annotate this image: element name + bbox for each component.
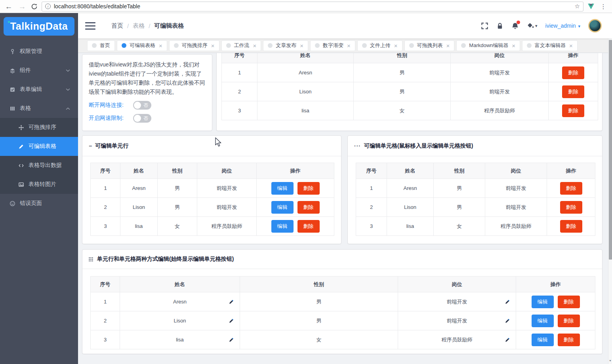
tab-首页[interactable]: 首页 xyxy=(87,40,115,51)
tab-可拖拽排序[interactable]: 可拖拽排序× xyxy=(169,40,219,51)
edit-cell-icon[interactable] xyxy=(229,299,234,305)
tab-数字渐变[interactable]: 数字渐变× xyxy=(310,40,355,51)
url-text[interactable]: localhost:8080/tables/editableTable xyxy=(54,3,140,9)
notifications-bell-icon[interactable] xyxy=(511,22,519,30)
menu-item-label: 权限管理 xyxy=(20,48,42,55)
cell: Aresn xyxy=(120,179,158,198)
delete-button[interactable]: 删除 xyxy=(560,182,582,195)
chevron-down-icon: ▾ xyxy=(578,24,580,28)
tab-dot xyxy=(226,43,231,48)
sidebar-subitem-pencil-icon[interactable]: 可编辑表格 xyxy=(0,137,78,156)
browser-menu-icon[interactable]: ⋮ xyxy=(599,3,608,10)
refresh-icon[interactable] xyxy=(31,3,38,10)
tab-文章发布[interactable]: 文章发布× xyxy=(263,40,308,51)
both-edit-card-title: 单元行和单元格两种方式编辑(始终显示编辑单元格按钮) xyxy=(97,256,234,263)
logo-accent-mark xyxy=(8,21,10,23)
speed-limit-toggle[interactable]: 否 xyxy=(133,114,151,123)
edit-button[interactable]: 编辑 xyxy=(271,220,294,233)
tab-label: 首页 xyxy=(100,42,110,49)
avatar[interactable] xyxy=(588,19,602,32)
close-icon[interactable]: × xyxy=(347,43,351,49)
column-header: 姓名 xyxy=(120,163,158,179)
sidebar-item-table-icon[interactable]: 表格 xyxy=(0,99,78,118)
cell: 2 xyxy=(222,82,257,101)
vue-devtools-icon[interactable] xyxy=(587,3,595,9)
edit-button[interactable]: 编辑 xyxy=(532,296,554,308)
url-bar[interactable]: i localhost:8080/tables/editableTable ☆ xyxy=(42,2,583,11)
fullscreen-icon[interactable] xyxy=(481,22,488,30)
hamburger-menu-icon[interactable] xyxy=(85,20,95,32)
delete-button[interactable]: 删除 xyxy=(562,66,584,79)
sidebar-item-checkbox-icon[interactable]: 表单编辑 xyxy=(0,80,78,99)
tab-Markdown编辑器[interactable]: Markdown编辑器× xyxy=(456,40,520,51)
close-icon[interactable]: × xyxy=(300,43,303,49)
sidebar-subitem-code-icon[interactable]: 表格导出数据 xyxy=(0,156,78,175)
cell-edit-table: 序号姓名性别岗位操作 1 Aresn男前端开发 删除 2 Lison男前端开发 … xyxy=(356,163,595,236)
cell: 男 xyxy=(240,311,398,330)
scrollbar-thumb[interactable] xyxy=(609,40,612,260)
breadcrumb-tables[interactable]: 表格 xyxy=(133,22,145,30)
delete-button[interactable]: 删除 xyxy=(558,334,580,346)
column-header: 性别 xyxy=(158,163,197,179)
cell: 前端开发 xyxy=(485,198,547,217)
scroll-down-icon[interactable]: ▼ xyxy=(608,359,612,362)
logo[interactable]: TalkingData xyxy=(4,17,74,36)
lock-icon[interactable] xyxy=(496,22,503,29)
tab-富文本编辑器[interactable]: 富文本编辑器× xyxy=(522,40,578,51)
edit-cell-icon[interactable] xyxy=(505,299,510,305)
column-header: 姓名 xyxy=(257,53,354,63)
close-icon[interactable]: × xyxy=(446,43,450,49)
vertical-scrollbar[interactable]: ▲ ▼ xyxy=(608,13,612,364)
edit-button[interactable]: 编辑 xyxy=(532,315,554,327)
user-menu[interactable]: iview_admin ▾ xyxy=(545,23,580,29)
delete-button[interactable]: 删除 xyxy=(297,182,320,195)
sidebar-item-layers-icon[interactable]: 组件 xyxy=(0,61,78,80)
delete-button[interactable]: 删除 xyxy=(560,220,582,233)
breadcrumb-home[interactable]: 首页 xyxy=(111,22,123,30)
cell: 前端开发 xyxy=(197,198,257,217)
back-icon[interactable]: ← xyxy=(4,3,13,10)
close-icon[interactable]: × xyxy=(211,43,215,49)
sidebar-item-error-icon[interactable]: 错误页面 xyxy=(0,194,78,213)
delete-button[interactable]: 删除 xyxy=(562,85,584,98)
chevron-down-icon: ▾ xyxy=(535,23,538,28)
close-icon[interactable]: × xyxy=(159,43,162,49)
speed-limit-label: 开启网速限制: xyxy=(89,115,133,122)
cell: 3 xyxy=(222,101,257,120)
network-disconnect-toggle[interactable]: 否 xyxy=(133,101,151,110)
tab-可拖拽列表[interactable]: 可拖拽列表× xyxy=(404,40,455,51)
theme-paint-icon[interactable]: ▾ xyxy=(527,22,538,30)
tab-工作流[interactable]: 工作流× xyxy=(221,40,261,51)
delete-button[interactable]: 删除 xyxy=(562,104,584,117)
page-info-icon[interactable]: i xyxy=(45,4,51,9)
column-header: 操作 xyxy=(257,163,334,179)
tab-可编辑表格[interactable]: 可编辑表格× xyxy=(117,40,167,51)
sidebar-item-key-icon[interactable]: 权限管理 xyxy=(0,42,78,61)
edit-button[interactable]: 编辑 xyxy=(532,334,554,346)
tab-label: 工作流 xyxy=(234,42,250,49)
close-icon[interactable]: × xyxy=(394,43,398,49)
delete-button[interactable]: 删除 xyxy=(297,201,320,214)
close-icon[interactable]: × xyxy=(569,43,573,49)
close-icon[interactable]: × xyxy=(512,43,515,49)
delete-button[interactable]: 删除 xyxy=(297,220,320,233)
delete-button[interactable]: 删除 xyxy=(558,296,580,308)
bookmark-star-icon[interactable]: ☆ xyxy=(575,3,580,10)
cell: 女 xyxy=(434,217,485,236)
edit-cell-icon[interactable] xyxy=(505,337,510,343)
sidebar-subitem-image-icon[interactable]: 表格转图片 xyxy=(0,175,78,194)
edit-cell-icon[interactable] xyxy=(505,318,510,324)
edit-button[interactable]: 编辑 xyxy=(271,182,294,195)
edit-button[interactable]: 编辑 xyxy=(271,201,294,214)
column-header: 性别 xyxy=(240,277,398,292)
menu-item-label: 表单编辑 xyxy=(20,86,42,93)
pencil-icon xyxy=(18,144,24,150)
edit-cell-icon[interactable] xyxy=(229,337,234,343)
edit-cell-icon[interactable] xyxy=(229,318,234,324)
forward-icon[interactable]: → xyxy=(17,3,27,10)
tab-文件上传[interactable]: 文件上传× xyxy=(357,40,402,51)
close-icon[interactable]: × xyxy=(253,43,257,49)
sidebar-subitem-move-icon[interactable]: 可拖拽排序 xyxy=(0,118,78,137)
delete-button[interactable]: 删除 xyxy=(560,201,582,214)
delete-button[interactable]: 删除 xyxy=(558,315,580,327)
